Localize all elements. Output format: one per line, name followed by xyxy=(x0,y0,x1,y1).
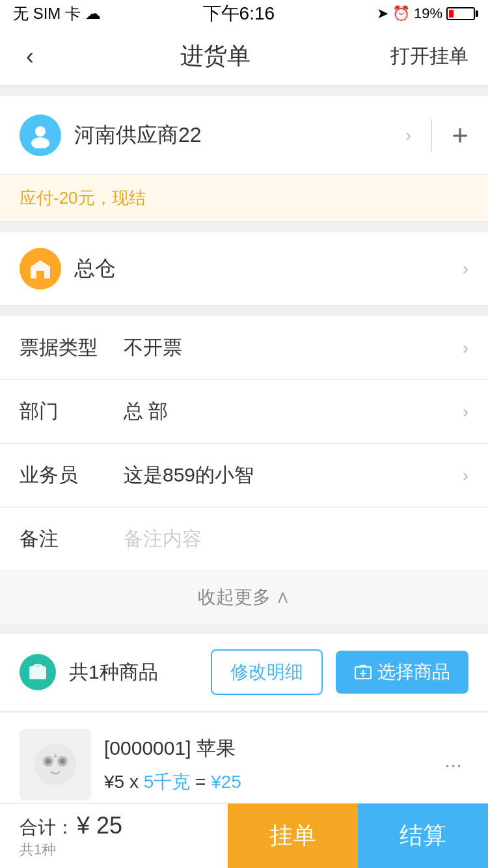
product-thumb-icon xyxy=(33,742,78,787)
product-header: 共1种商品 修改明细 选择商品 xyxy=(0,634,488,711)
status-right: ➤ ⏰ 19% xyxy=(377,5,475,22)
department-value: 总 部 xyxy=(124,398,463,425)
product-item: [0000001] 苹果 ¥5 x 5千克 = ¥25 ··· xyxy=(0,713,488,816)
salesman-value: 这是859的小智 xyxy=(124,462,463,489)
salesman-row[interactable]: 业务员 这是859的小智 › xyxy=(0,444,488,508)
status-bar: 无 SIM 卡 ☁ 下午6:16 ➤ ⏰ 19% xyxy=(0,0,488,27)
back-button[interactable]: ‹ xyxy=(20,36,40,77)
product-quantity: 5千克 xyxy=(144,772,191,792)
product-info: [0000001] 苹果 ¥5 x 5千克 = ¥25 xyxy=(104,735,425,794)
remarks-row[interactable]: 备注 备注内容 xyxy=(0,508,488,571)
svg-point-10 xyxy=(46,759,51,764)
notice-bar: 应付-20元，现结 xyxy=(0,175,488,222)
supplier-section: 河南供应商22 › + 应付-20元，现结 xyxy=(0,96,488,222)
battery-icon xyxy=(446,7,475,20)
salesman-chevron-icon: › xyxy=(463,465,468,486)
svg-rect-2 xyxy=(36,271,44,278)
total-count: 共1种 xyxy=(20,840,208,860)
gap-4 xyxy=(0,623,488,634)
warehouse-section: 总仓 › xyxy=(0,232,488,306)
svg-point-11 xyxy=(60,759,65,764)
ticket-type-label: 票据类型 xyxy=(20,334,124,361)
select-product-button[interactable]: 选择商品 xyxy=(336,651,468,694)
collapse-label: 收起更多 ∧ xyxy=(198,585,291,610)
ticket-type-value: 不开票 xyxy=(124,334,463,361)
product-total: ¥25 xyxy=(211,772,241,792)
svg-point-0 xyxy=(35,126,46,137)
supplier-avatar xyxy=(20,115,61,156)
supplier-chevron-icon: › xyxy=(405,125,411,146)
department-chevron-icon: › xyxy=(463,401,468,422)
supplier-divider xyxy=(431,119,432,152)
select-product-icon xyxy=(354,663,372,681)
page-title: 进货单 xyxy=(180,40,251,72)
gap-1 xyxy=(0,86,488,96)
product-equals: = xyxy=(190,772,211,792)
warehouse-name: 总仓 xyxy=(74,254,463,283)
add-supplier-button[interactable]: + xyxy=(452,121,468,150)
ticket-type-row[interactable]: 票据类型 不开票 › xyxy=(0,316,488,380)
svg-point-7 xyxy=(34,744,76,785)
product-thumbnail xyxy=(20,729,91,800)
product-more-button[interactable]: ··· xyxy=(438,746,468,783)
salesman-label: 业务员 xyxy=(20,462,124,489)
bottom-total: 合计： ¥ 25 共1种 xyxy=(0,804,228,868)
supplier-name: 河南供应商22 xyxy=(74,121,405,150)
product-price: ¥5 x 5千克 = ¥25 xyxy=(104,770,425,794)
bottom-bar: 合计： ¥ 25 共1种 挂单 结算 xyxy=(0,803,488,868)
total-label: 合计： xyxy=(20,815,74,840)
supplier-row[interactable]: 河南供应商22 › + xyxy=(0,96,488,175)
gap-2 xyxy=(0,222,488,232)
open-hang-button[interactable]: 打开挂单 xyxy=(390,43,468,70)
product-unit-price: ¥5 x xyxy=(104,772,144,792)
svg-rect-3 xyxy=(29,666,46,679)
sim-status: 无 SIM 卡 ☁ xyxy=(13,3,101,24)
ticket-type-chevron-icon: › xyxy=(463,338,468,359)
alarm-icon: ⏰ xyxy=(392,5,410,22)
hang-button[interactable]: 挂单 xyxy=(228,804,358,868)
status-left: 无 SIM 卡 ☁ xyxy=(13,3,101,24)
location-icon: ➤ xyxy=(377,5,388,22)
warehouse-row[interactable]: 总仓 › xyxy=(0,232,488,306)
select-product-label: 选择商品 xyxy=(377,660,450,685)
battery-percent: 19% xyxy=(414,5,442,22)
svg-point-1 xyxy=(31,137,49,148)
warehouse-chevron-icon: › xyxy=(463,258,468,279)
remarks-input[interactable]: 备注内容 xyxy=(124,526,468,552)
checkout-button[interactable]: 结算 xyxy=(358,804,488,868)
collapse-bar[interactable]: 收起更多 ∧ xyxy=(0,571,488,623)
status-time: 下午6:16 xyxy=(203,1,275,26)
edit-detail-button[interactable]: 修改明细 xyxy=(211,649,323,695)
gap-3 xyxy=(0,306,488,316)
warehouse-icon xyxy=(20,248,61,290)
product-count-icon xyxy=(20,654,56,690)
total-amount: ¥ 25 xyxy=(77,812,122,839)
department-row[interactable]: 部门 总 部 › xyxy=(0,380,488,444)
form-section: 票据类型 不开票 › 部门 总 部 › 业务员 这是859的小智 › 备注 备注… xyxy=(0,316,488,571)
department-label: 部门 xyxy=(20,398,124,425)
nav-bar: ‹ 进货单 打开挂单 xyxy=(0,27,488,86)
product-count-text: 共1种商品 xyxy=(69,659,198,686)
remarks-label: 备注 xyxy=(20,526,124,552)
product-name: [0000001] 苹果 xyxy=(104,735,425,762)
